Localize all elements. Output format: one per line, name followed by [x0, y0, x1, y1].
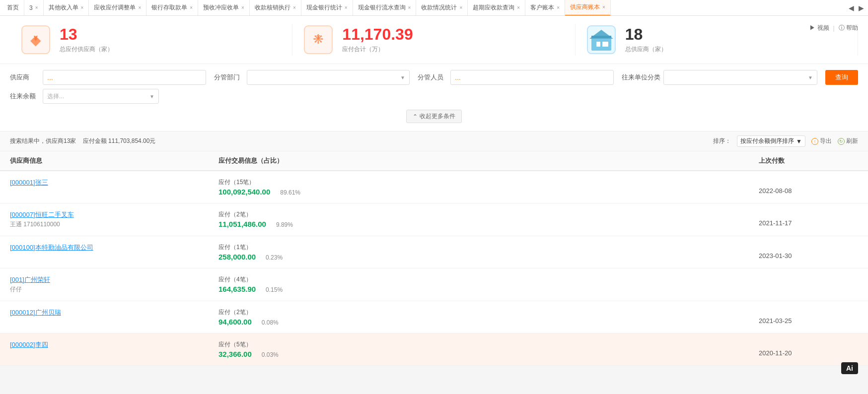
collapse-area: ⌃ 收起更多条件	[10, 108, 858, 125]
nav-tab-ar-ap-adjust[interactable]: 应收应付调整单 ×	[89, 0, 146, 16]
trans-amount: 164,635.90	[218, 285, 256, 293]
balance-arrow-icon: ▼	[149, 94, 154, 99]
supplier-link[interactable]: [001]广州荣轩	[10, 276, 50, 283]
filter-dept: 分管部门 ▼	[214, 70, 410, 85]
nav-tab-receipt-verify[interactable]: 收款核销执行 ×	[250, 0, 301, 16]
trans-amount: 32,366.00	[218, 350, 252, 358]
dept-input[interactable]: ▼	[247, 70, 410, 85]
supplier-input[interactable]: ...	[43, 70, 206, 85]
last-pay-cell: 2022-08-08	[759, 178, 858, 195]
video-link[interactable]: ▶ 视频	[809, 24, 829, 32]
payable-total-label: 应付合计（万）	[342, 45, 413, 54]
collapse-button[interactable]: ⌃ 收起更多条件	[406, 110, 462, 123]
category-input[interactable]: ▼	[663, 70, 818, 85]
trans-percent: 0.03%	[262, 351, 279, 358]
payable-supplier-icon: ◆ ¥	[20, 24, 52, 56]
nav-tab-supplier-ledger[interactable]: 供应商账本 ×	[565, 0, 611, 16]
nav-tab-cash-flow-close[interactable]: ×	[408, 5, 411, 10]
refresh-button[interactable]: ↻ 刷新	[838, 137, 858, 145]
nav-arrow-left[interactable]: ◀	[846, 0, 856, 16]
summary-card-payable-total: ❋ ¥ 11,170.39 应付合计（万）	[292, 24, 575, 56]
nav-arrow-right[interactable]: ▶	[856, 0, 866, 16]
last-pay-cell: 2023-01-30	[759, 243, 858, 260]
trans-amount: 258,000.00	[218, 253, 256, 261]
nav-tab-receipt-stat-close[interactable]: ×	[459, 5, 462, 10]
help-link[interactable]: ⓘ 帮助	[839, 24, 858, 32]
table-row[interactable]: [000002]李四应付（5笔）32,366.000.03%2020-11-20	[0, 333, 868, 366]
nav-tab-customer-ledger[interactable]: 客户账本 ×	[525, 0, 565, 16]
export-label: 导出	[820, 137, 832, 145]
svg-rect-11	[591, 36, 611, 38]
supplier-cell: [000100]本特勤油品有限公司	[10, 243, 218, 252]
trans-label: 应付（5笔）	[218, 340, 759, 349]
nav-tab-cash-bank-stat-close[interactable]: ×	[345, 5, 348, 10]
summary-card1-text: 13 总应付供应商（家）	[60, 26, 113, 54]
supplier-link[interactable]: [000002]李四	[10, 341, 48, 348]
balance-filter-label: 往来余额	[10, 92, 40, 101]
trans-percent: 89.61%	[280, 189, 300, 196]
trans-amount: 11,051,486.00	[218, 220, 266, 228]
table-row[interactable]: [000001]张三应付（15笔）100,092,540.0089.61%202…	[0, 171, 868, 203]
supplier-link[interactable]: [000012]广州贝瑞	[10, 309, 61, 316]
supplier-link[interactable]: [000100]本特勤油品有限公司	[10, 244, 93, 251]
last-pay-cell: 2020-11-20	[759, 340, 858, 357]
collapse-label: 收起更多条件	[420, 112, 455, 121]
refresh-icon: ↻	[838, 138, 845, 145]
balance-placeholder: 选择...	[47, 92, 64, 101]
nav-tab-bank-deposit[interactable]: 银行存取款单 ×	[146, 0, 198, 16]
nav-tab-receipt-stat[interactable]: 收款情况统计 ×	[416, 0, 468, 16]
trans-label: 应付（1笔）	[218, 243, 759, 252]
result-info: 搜索结果中，供应商13家 应付金额 111,703,854.00元	[10, 137, 155, 145]
balance-input[interactable]: 选择... ▼	[43, 89, 159, 104]
trans-percent: 0.15%	[266, 286, 283, 293]
nav-tab-supplier-ledger-close[interactable]: ×	[602, 4, 605, 10]
supplier-dots: ...	[47, 73, 53, 81]
supplier-filter-label: 供应商	[10, 73, 40, 82]
nav-tab-overdue-ar[interactable]: 超期应收款查询 ×	[468, 0, 525, 16]
ai-badge[interactable]: Ai	[841, 362, 858, 366]
nav-tab-3-close[interactable]: ×	[35, 5, 38, 10]
sort-select[interactable]: 按应付余额倒序排序 ▼	[737, 135, 805, 147]
summary-card-payable-suppliers: ◆ ¥ 13 总应付供应商（家）	[10, 24, 292, 56]
supplier-sub-info: 王通 17106110000	[10, 220, 218, 229]
nav-tab-cash-flow[interactable]: 现金银行流水查询 ×	[353, 0, 417, 16]
nav-tab-3[interactable]: 3 ×	[24, 0, 44, 16]
nav-tab-advance-ar-close[interactable]: ×	[241, 5, 244, 10]
trans-amount: 94,600.00	[218, 318, 252, 326]
table-row[interactable]: [000100]本特勤油品有限公司应付（1笔）258,000.000.23%20…	[0, 236, 868, 268]
category-filter-label: 往来单位分类	[622, 73, 660, 82]
nav-tab-receipt-verify-close[interactable]: ×	[293, 5, 296, 10]
refresh-label: 刷新	[846, 137, 858, 145]
supplier-link[interactable]: [000007]恒旺二手叉车	[10, 211, 74, 218]
summary-card3-text: 18 总供应商（家）	[625, 26, 667, 54]
col-header-lastpay: 上次付数	[759, 156, 858, 165]
nav-tab-overdue-ar-close[interactable]: ×	[517, 5, 520, 10]
filter-category: 往来单位分类 ▼	[622, 70, 818, 85]
summary-actions: ▶ 视频 | ⓘ 帮助	[809, 24, 858, 32]
top-navigation: 首页 3 × 其他收入单 × 应收应付调整单 × 银行存取款单 × 预收冲应收单…	[0, 0, 868, 16]
table-row[interactable]: [000012]广州贝瑞应付（2笔）94,600.000.08%2021-03-…	[0, 301, 868, 333]
payable-total-amount: 11,170.39	[342, 26, 413, 43]
trans-percent: 0.08%	[262, 319, 279, 326]
nav-tab-customer-ledger-close[interactable]: ×	[557, 5, 560, 10]
person-input[interactable]: ...	[450, 70, 614, 85]
supplier-cell: [000007]恒旺二手叉车王通 17106110000	[10, 210, 218, 229]
table-row[interactable]: [000007]恒旺二手叉车王通 17106110000应付（2笔）11,051…	[0, 203, 868, 236]
payable-total-icon: ❋ ¥	[302, 24, 334, 56]
supplier-link[interactable]: [000001]张三	[10, 179, 48, 186]
search-button[interactable]: 查询	[825, 70, 858, 85]
nav-tab-other-income-close[interactable]: ×	[81, 5, 84, 10]
nav-tab-home[interactable]: 首页	[2, 0, 24, 16]
nav-tab-advance-ar[interactable]: 预收冲应收单 ×	[198, 0, 250, 16]
person-filter-label: 分管人员	[418, 73, 447, 82]
trans-label: 应付（2笔）	[218, 210, 759, 219]
nav-tab-bank-deposit-close[interactable]: ×	[190, 5, 193, 10]
nav-tab-ar-ap-adjust-close[interactable]: ×	[138, 5, 141, 10]
last-pay-cell	[759, 275, 858, 284]
trans-percent: 9.89%	[276, 221, 293, 228]
nav-tab-other-income[interactable]: 其他收入单 ×	[44, 0, 89, 16]
export-button[interactable]: ↑ 导出	[811, 137, 832, 145]
nav-tab-cash-bank-stat[interactable]: 现金银行统计 ×	[301, 0, 353, 16]
table-row[interactable]: [001]广州荣轩仔仔应付（4笔）164,635.900.15%	[0, 268, 868, 301]
trans-label: 应付（15笔）	[218, 178, 759, 187]
